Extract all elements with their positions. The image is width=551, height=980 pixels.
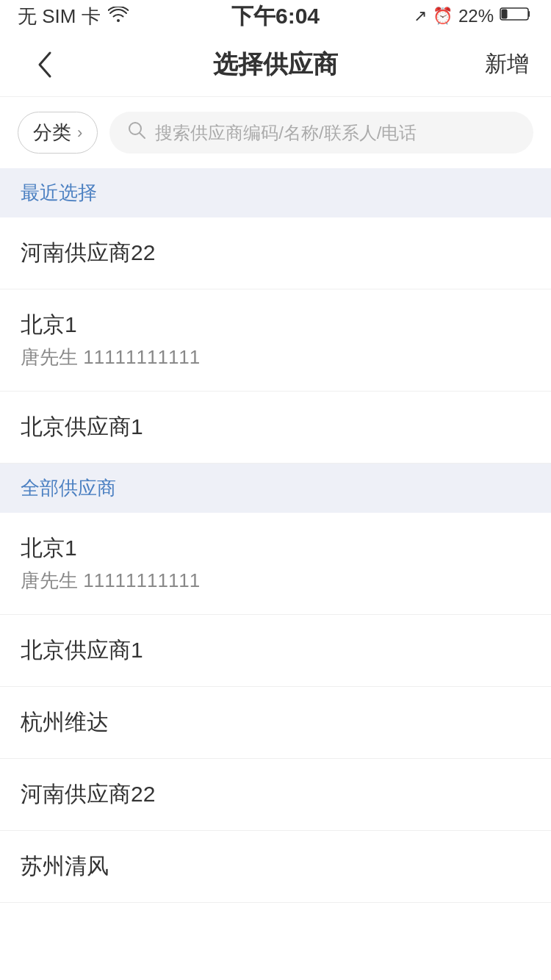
status-left: 无 SIM 卡	[18, 4, 129, 29]
battery-icon	[500, 6, 533, 26]
list-item[interactable]: 杭州维达	[0, 687, 551, 759]
back-button[interactable]	[22, 43, 66, 87]
list-item[interactable]: 北京供应商1	[0, 615, 551, 687]
add-button[interactable]: 新增	[485, 49, 529, 79]
svg-rect-1	[502, 10, 508, 19]
category-label: 分类	[33, 120, 71, 145]
item-name: 河南供应商22	[21, 238, 530, 268]
page-title: 选择供应商	[213, 48, 338, 82]
list-item[interactable]: 河南供应商22	[0, 217, 551, 289]
list-item[interactable]: 北京1 唐先生 11111111111	[0, 513, 551, 615]
item-sub: 唐先生 11111111111	[21, 568, 530, 594]
item-name: 河南供应商22	[21, 779, 530, 810]
category-button[interactable]: 分类 ›	[18, 112, 98, 154]
all-items-list: 北京1 唐先生 11111111111 北京供应商1 杭州维达 河南供应商22 …	[0, 513, 551, 903]
item-name: 北京1	[21, 533, 530, 563]
status-bar: 无 SIM 卡 下午6:04 ↗ ⏰ 22%	[0, 0, 551, 32]
wifi-icon	[108, 5, 129, 28]
recent-section-label: 最近选择	[21, 181, 97, 203]
list-item[interactable]: 北京1 唐先生 11111111111	[0, 289, 551, 392]
item-name: 北京1	[21, 310, 530, 340]
nav-bar: 选择供应商 新增	[0, 32, 551, 97]
item-sub: 唐先生 11111111111	[21, 345, 530, 370]
location-icon: ↗	[414, 7, 427, 26]
item-name: 北京供应商1	[21, 635, 530, 666]
search-box	[109, 112, 533, 154]
alarm-icon: ⏰	[433, 7, 453, 26]
search-input[interactable]	[155, 121, 516, 144]
item-name: 北京供应商1	[21, 412, 530, 442]
chevron-right-icon: ›	[77, 123, 82, 143]
list-item[interactable]: 北京供应商1	[0, 392, 551, 464]
item-name: 苏州清风	[21, 851, 530, 882]
battery-text: 22%	[458, 6, 494, 26]
status-time: 下午6:04	[231, 1, 320, 32]
status-right: ↗ ⏰ 22%	[414, 6, 533, 26]
no-sim-text: 无 SIM 卡	[18, 4, 101, 29]
all-section-label: 全部供应商	[21, 477, 116, 499]
all-section-header: 全部供应商	[0, 464, 551, 513]
list-item[interactable]: 河南供应商22	[0, 759, 551, 831]
item-name: 杭州维达	[21, 707, 530, 738]
search-icon	[127, 120, 146, 145]
list-item[interactable]: 苏州清风	[0, 831, 551, 903]
filter-bar: 分类 ›	[0, 97, 551, 168]
recent-section-header: 最近选择	[0, 168, 551, 217]
recent-items-list: 河南供应商22 北京1 唐先生 11111111111 北京供应商1	[0, 217, 551, 464]
